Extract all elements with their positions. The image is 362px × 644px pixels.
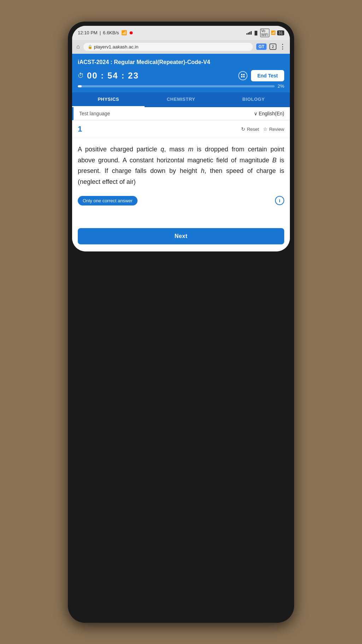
- status-time: 12:10 PM: [78, 30, 98, 35]
- record-icon: ⏺: [129, 30, 134, 35]
- language-selector[interactable]: ∨ English(En): [254, 111, 284, 116]
- url-bar[interactable]: 🔒 playerv1.aakash.ac.in: [83, 43, 253, 51]
- review-button[interactable]: ☆ Review: [263, 126, 284, 132]
- network-icon: 📶: [121, 30, 127, 35]
- next-button[interactable]: Next: [78, 228, 284, 244]
- browser-menu-icon[interactable]: ⋮: [279, 43, 286, 51]
- language-value-text: English(En): [259, 111, 284, 116]
- phone-screen: 12:10 PM | 6.6KB/s 📶 ⏺ ▐▌ VoWiFi 📶 31: [72, 26, 290, 251]
- app-title: iACST-2024 : Regular Medical(Repeater)-C…: [78, 59, 284, 66]
- status-separator: |: [100, 30, 101, 35]
- content-area: Test language ∨ English(En) 1 ↻ Reset ☆ …: [72, 107, 290, 251]
- vo-wifi-icon: VoWiFi: [260, 29, 269, 37]
- svg-rect-1: [243, 74, 245, 75]
- question-actions: ↻ Reset ☆ Review: [241, 126, 284, 132]
- reset-button[interactable]: ↻ Reset: [241, 126, 259, 132]
- tab-biology[interactable]: BIOLOGY: [217, 92, 290, 107]
- tab-physics[interactable]: PHYSICS: [72, 92, 145, 107]
- end-test-button[interactable]: End Test: [251, 70, 284, 81]
- progress-row: 2%: [78, 83, 284, 89]
- signal-bars-2: ▐▌: [253, 31, 259, 35]
- answer-type-section: Only one correct answer i: [72, 192, 290, 210]
- status-right-icons: ▐▌ VoWiFi 📶 31: [246, 29, 284, 37]
- svg-rect-3: [243, 76, 245, 77]
- phone-device: 12:10 PM | 6.6KB/s 📶 ⏺ ▐▌ VoWiFi 📶 31: [68, 22, 294, 623]
- language-bar: Test language ∨ English(En): [72, 107, 290, 120]
- svg-rect-0: [241, 74, 243, 75]
- url-text: playerv1.aakash.ac.in: [94, 44, 139, 50]
- browser-bar: ⌂ 🔒 playerv1.aakash.ac.in GT 2 ⋮: [72, 40, 290, 54]
- wifi-icon: 📶: [271, 30, 276, 35]
- signal-bars: [246, 31, 252, 35]
- reset-label: Reset: [247, 127, 259, 132]
- spacer: [72, 210, 290, 224]
- question-text: A positive charged particle q, mass m is…: [72, 138, 290, 191]
- timer-row: ⏱ 00 : 54 : 23 End Test: [78, 70, 284, 81]
- tab-count-button[interactable]: 2: [269, 43, 276, 50]
- browser-action-icons: GT 2 ⋮: [256, 43, 286, 51]
- app-header: iACST-2024 : Regular Medical(Repeater)-C…: [72, 54, 290, 93]
- status-bar: 12:10 PM | 6.6KB/s 📶 ⏺ ▐▌ VoWiFi 📶 31: [72, 26, 290, 40]
- review-label: Review: [269, 127, 284, 132]
- timer-section: ⏱ 00 : 54 : 23: [78, 71, 139, 81]
- question-header: 1 ↻ Reset ☆ Review: [72, 120, 290, 138]
- tabs-bar: PHYSICS CHEMISTRY BIOLOGY: [72, 92, 290, 107]
- progress-fill: [78, 85, 82, 87]
- next-button-section: Next: [72, 224, 290, 251]
- status-data-speed: 6.6KB/s: [103, 30, 119, 35]
- reset-icon: ↻: [241, 126, 245, 132]
- tab-chemistry[interactable]: CHEMISTRY: [145, 92, 217, 107]
- timer-display: 00 : 54 : 23: [87, 71, 139, 81]
- status-time-speed: 12:10 PM | 6.6KB/s 📶 ⏺: [78, 30, 134, 35]
- svg-rect-2: [241, 76, 243, 77]
- question-number: 1: [78, 124, 82, 134]
- progress-percentage: 2%: [278, 83, 284, 89]
- timer-icon: ⏱: [78, 72, 84, 80]
- answer-type-badge[interactable]: Only one correct answer: [78, 196, 138, 205]
- chevron-down-icon: ∨: [254, 111, 257, 116]
- progress-bar: [78, 85, 275, 87]
- secure-icon: 🔒: [88, 45, 93, 49]
- grid-view-icon[interactable]: [238, 71, 247, 80]
- info-icon[interactable]: i: [275, 196, 284, 205]
- language-label: Test language: [79, 111, 110, 116]
- battery-icon: 31: [277, 30, 284, 35]
- home-icon[interactable]: ⌂: [76, 43, 80, 50]
- translate-button[interactable]: GT: [256, 43, 267, 50]
- star-icon: ☆: [263, 126, 268, 132]
